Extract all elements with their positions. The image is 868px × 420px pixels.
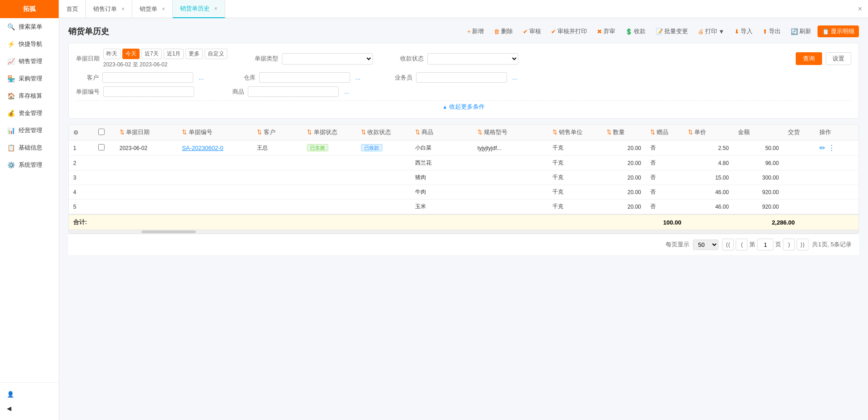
sidebar-item-label: 经营管理 <box>19 126 42 135</box>
row-pay-status <box>356 185 411 200</box>
sidebar-user-btn[interactable]: 👤 <box>0 387 59 401</box>
sidebar-item-label: 采购管理 <box>19 75 42 83</box>
sidebar-item-quick[interactable]: ⚡ 快捷导航 <box>0 35 59 53</box>
customer-ellipsis[interactable]: ... <box>197 74 206 81</box>
table-settings-icon[interactable]: ⚙ <box>73 129 79 136</box>
sidebar-item-system[interactable]: ⚙️ 系统管理 <box>0 156 59 174</box>
data-table: ⚙ ⇅ 单据日期 ⇅ 单据编号 <box>68 124 859 234</box>
sidebar-item-search[interactable]: 🔍 搜索菜单 <box>0 18 59 35</box>
page-input[interactable] <box>757 239 773 250</box>
row-price: 46.00 <box>683 200 733 214</box>
date-yesterday[interactable]: 昨天 <box>103 49 120 59</box>
print-button[interactable]: 🖨 打印 ▼ <box>694 25 728 37</box>
horizontal-scrollbar[interactable] <box>69 230 858 233</box>
row-goods: 西兰花 <box>411 156 473 170</box>
tab-sales-goods[interactable]: 销货单 × <box>132 0 173 18</box>
sidebar-collapse-btn[interactable]: ◀ <box>0 401 59 415</box>
goods-ellipsis[interactable]: ... <box>342 88 351 95</box>
collapse-icon: ◀ <box>7 405 11 412</box>
export-button[interactable]: ⬆ 导出 <box>759 25 784 37</box>
batch-change-button[interactable]: 📝 批量变更 <box>652 25 692 37</box>
row-amount: 96.00 <box>733 156 783 170</box>
col-unit-header: ⇅ 销售单位 <box>548 125 602 140</box>
sidebar-item-inventory[interactable]: 🏠 库存核算 <box>0 87 59 105</box>
pay-status-label: 收款状态 <box>400 55 424 63</box>
edit-action-btn[interactable]: ✏ <box>819 144 825 152</box>
collect-button[interactable]: 💲 收款 <box>622 25 649 37</box>
page-next-btn[interactable]: ⟩ <box>783 239 795 250</box>
home-icon: 🏠 <box>7 92 15 100</box>
scroll-thumb[interactable] <box>141 230 196 233</box>
sidebar-item-finance[interactable]: 💰 资金管理 <box>0 105 59 122</box>
doc-type-select[interactable] <box>282 53 373 65</box>
row-check <box>94 185 115 200</box>
more-action-btn[interactable]: ⋮ <box>828 144 835 152</box>
import-button[interactable]: ⬇ 导入 <box>731 25 756 37</box>
filter-settings-button[interactable]: 设置 <box>826 52 851 65</box>
discard-button[interactable]: ✖ 弃审 <box>593 25 619 37</box>
row-spec <box>473 170 548 185</box>
sidebar-item-sales[interactable]: 📈 销售管理 <box>0 53 59 70</box>
customer-input[interactable] <box>102 72 193 83</box>
collect-icon: 💲 <box>625 28 632 35</box>
doc-no-input[interactable] <box>103 86 194 97</box>
pay-status-select[interactable] <box>427 53 518 65</box>
per-page-select[interactable]: 50 100 200 <box>693 240 718 250</box>
salesperson-input[interactable] <box>416 72 507 83</box>
filter-collapse[interactable]: ▲ 收起更多条件 <box>76 100 851 113</box>
sidebar-item-ops[interactable]: 📊 经营管理 <box>0 122 59 139</box>
salesperson-ellipsis[interactable]: ... <box>511 74 519 81</box>
tab-sales-order-close[interactable]: × <box>121 6 125 12</box>
sidebar-item-purchase[interactable]: 🏪 采购管理 <box>0 70 59 87</box>
date-custom[interactable]: 自定义 <box>205 49 227 59</box>
page-prev-btn[interactable]: ⟨ <box>736 239 748 250</box>
row-no-link[interactable]: SA-20230602-0 <box>182 145 223 151</box>
date-1month[interactable]: 近1月 <box>164 49 184 59</box>
warehouse-label: 仓库 <box>233 74 256 82</box>
lightning-icon: ⚡ <box>7 40 15 48</box>
refresh-button[interactable]: 🔄 刷新 <box>787 25 815 37</box>
sidebar-bottom: 👤 ◀ <box>0 382 59 420</box>
tab-sales-history[interactable]: 销货单历史 × <box>173 0 225 18</box>
row-action <box>815 185 858 200</box>
warehouse-ellipsis[interactable]: ... <box>354 74 362 81</box>
review-print-button[interactable]: ✔ 审核并打印 <box>547 25 591 37</box>
row-gift: 否 <box>646 185 683 200</box>
row-gift: 否 <box>646 170 683 185</box>
tab-sales-history-close[interactable]: × <box>214 5 217 12</box>
row-checkbox[interactable] <box>98 144 105 150</box>
page-first-btn[interactable]: ⟨⟨ <box>722 239 734 250</box>
new-button[interactable]: + 新增 <box>464 25 488 37</box>
query-button[interactable]: 查询 <box>796 52 822 65</box>
tab-sales-goods-label: 销货单 <box>140 5 157 13</box>
row-no <box>177 185 252 200</box>
goods-input[interactable] <box>248 86 339 97</box>
date-more[interactable]: 更多 <box>186 49 203 59</box>
delete-button[interactable]: 🗑 删除 <box>490 25 517 37</box>
tab-close-all[interactable]: ✕ <box>852 5 868 12</box>
date-today[interactable]: 今天 <box>122 49 140 59</box>
table-row: 4 牛肉 千克 20.00 否 46.00 920.00 <box>69 185 858 200</box>
tab-home[interactable]: 首页 <box>59 0 86 18</box>
tab-sales-order[interactable]: 销售订单 × <box>86 0 132 18</box>
row-price: 2.50 <box>683 140 733 156</box>
row-action <box>815 170 858 185</box>
show-detail-button[interactable]: 📋 显示明细 <box>818 25 859 37</box>
page-last-btn[interactable]: ⟩⟩ <box>797 239 808 250</box>
footer-spacer <box>110 219 649 226</box>
list-icon: 📋 <box>7 144 15 152</box>
date-7days[interactable]: 近7天 <box>141 49 162 59</box>
row-customer <box>252 170 302 185</box>
row-qty: 20.00 <box>602 200 646 214</box>
select-all-checkbox[interactable] <box>98 129 105 135</box>
warehouse-input[interactable] <box>259 72 350 83</box>
review-button[interactable]: ✔ 审核 <box>519 25 545 37</box>
filter-doc-type: 单据类型 <box>255 53 373 65</box>
tab-sales-goods-close[interactable]: × <box>162 6 165 12</box>
ops-icon: 📊 <box>7 126 15 135</box>
filter-row-2: 客户 ... 仓库 ... 业务员 ... <box>76 72 851 83</box>
sidebar-item-basic[interactable]: 📋 基础信息 <box>0 139 59 156</box>
sort-icon: ⇅ <box>650 129 655 135</box>
tabbar: 首页 销售订单 × 销货单 × 销货单历史 × ✕ <box>59 0 868 18</box>
footer-total-amount: 2,286.00 <box>758 219 795 226</box>
